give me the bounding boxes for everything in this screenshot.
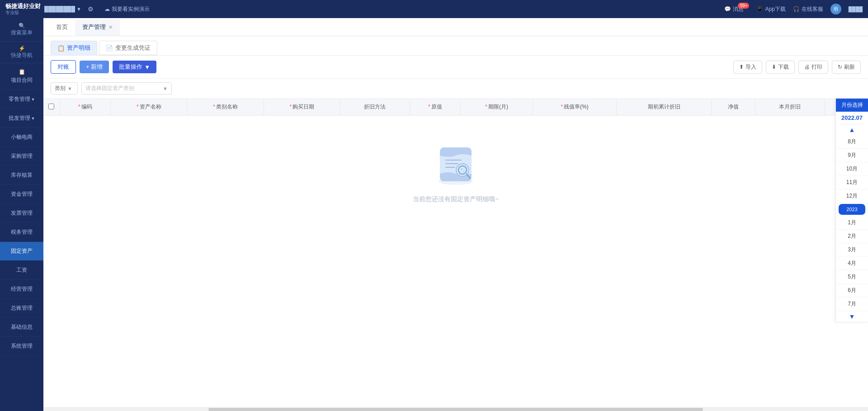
month-item-6[interactable]: 6月: [836, 284, 868, 298]
sidebar-item-operations[interactable]: 经营管理: [0, 280, 43, 299]
quick-nav-label: 快捷导航: [2, 52, 42, 59]
month-item-12[interactable]: 12月: [836, 189, 868, 203]
month-item-10[interactable]: 10月: [836, 162, 868, 176]
sidebar-item-fixed-assets[interactable]: 固定资产: [0, 242, 43, 261]
sidebar-item-wholesale[interactable]: 批发管理 ▼: [0, 109, 43, 128]
finance-label: 资金管理: [11, 190, 33, 198]
sidebar-item-inventory[interactable]: 库存核算: [0, 166, 43, 185]
print-button[interactable]: 🖨 打印: [798, 61, 828, 74]
operations-label: 经营管理: [11, 285, 33, 293]
month-item-1[interactable]: 1月: [836, 216, 868, 230]
horizontal-scrollbar[interactable]: [43, 407, 868, 411]
online-service-label: 在线客服: [802, 5, 823, 13]
month-item-4[interactable]: 4月: [836, 257, 868, 270]
sidebar-item-tax[interactable]: 税务管理: [0, 223, 43, 242]
month-item-8[interactable]: 8月: [836, 135, 868, 149]
refresh-icon: ↻: [838, 64, 842, 70]
original-value-header: *原值: [410, 99, 461, 116]
year-2023-badge: 2023: [839, 204, 865, 215]
import-button[interactable]: ⬆ 导入: [733, 61, 762, 74]
batch-button[interactable]: 批量操作 ▼: [113, 61, 156, 73]
category-header: *类别名称: [187, 99, 264, 116]
sidebar-item-retail[interactable]: 零售管理 ▼: [0, 90, 43, 109]
name-header: *资产名称: [111, 99, 187, 116]
headset-icon: 🎧: [793, 6, 800, 12]
sidebar-item-salary[interactable]: 工资: [0, 261, 43, 280]
match-button[interactable]: 对账: [51, 60, 76, 74]
tab-bar: 首页 资产管理 ✕: [43, 18, 868, 36]
sidebar-item-finance[interactable]: 资金管理: [0, 185, 43, 204]
retail-label-row: 零售管理 ▼: [9, 95, 35, 103]
refresh-label: 刷新: [844, 63, 855, 71]
month-item-7[interactable]: 7月: [836, 298, 868, 311]
sidebar-item-ecommerce[interactable]: 小畅电商: [0, 128, 43, 147]
sidebar-item-project[interactable]: 📋 项目合同: [0, 63, 43, 90]
asset-management-label: 资产管理: [82, 23, 106, 31]
sidebar-item-basic-info[interactable]: 基础信息: [0, 318, 43, 337]
sidebar-quick-nav[interactable]: ⚡ 快捷导航: [0, 42, 43, 63]
sidebar-item-system[interactable]: 系统管理: [0, 337, 43, 356]
month-item-2[interactable]: 2月: [836, 230, 868, 243]
category-filter[interactable]: 类别 ▼: [51, 82, 78, 94]
current-year-month: 2022.07: [840, 112, 864, 124]
fixed-assets-label: 固定资产: [11, 247, 33, 255]
wholesale-label-row: 批发管理 ▼: [9, 114, 35, 122]
select-all-checkbox[interactable]: [48, 104, 54, 109]
category-placeholder: 请选择固定资产类别: [85, 85, 134, 92]
batch-button-label: 批量操作: [119, 63, 142, 71]
tab-home[interactable]: 首页: [49, 19, 75, 36]
list-icon: 📋: [57, 45, 65, 52]
download-button[interactable]: ⬇ 下载: [766, 61, 795, 74]
company-dropdown[interactable]: ████████ ▼: [44, 6, 81, 12]
demo-link[interactable]: ☁ 我要看实例演示: [104, 5, 150, 13]
app-name-block: 畅捷通好业财 专业版: [5, 3, 41, 15]
month-nav-up: ▲: [836, 124, 868, 135]
add-button[interactable]: + 新增: [80, 61, 109, 73]
input-arrow: ▼: [163, 86, 168, 91]
project-label: 项目合同: [11, 76, 33, 84]
month-item-9[interactable]: 9月: [836, 149, 868, 162]
sub-tab-asset-detail[interactable]: 📋 资产明细: [51, 41, 97, 55]
sub-tab-change-voucher[interactable]: 📄 变更生成凭证: [99, 41, 157, 55]
content-area: 首页 资产管理 ✕ 📋 资产明细 📄 变更生成凭证: [43, 18, 868, 411]
residual-rate-header: *残值率(%): [533, 99, 617, 116]
month-up-button[interactable]: ▲: [849, 126, 855, 133]
sidebar: 🔍 搜索菜单 ⚡ 快捷导航 📋 项目合同 零售管理 ▼ 批发管理 ▼ 小畅电商: [0, 18, 43, 411]
app-download-action[interactable]: 📱 App下载: [756, 5, 785, 13]
month-down-button[interactable]: ▼: [849, 313, 855, 320]
company-name: ████████: [44, 6, 75, 12]
month-item-3[interactable]: 3月: [836, 243, 868, 257]
sidebar-item-ledger[interactable]: 总账管理: [0, 299, 43, 318]
filter-row: 类别 ▼ 请选择固定资产类别 ▼: [43, 79, 868, 99]
tab-close-button[interactable]: ✕: [108, 24, 113, 30]
salary-label: 工资: [16, 266, 27, 274]
net-value-header: 净值: [712, 99, 755, 116]
checkbox-header: [43, 99, 60, 116]
sidebar-search[interactable]: 🔍 搜索菜单: [0, 18, 43, 42]
period-header: *期限(月): [461, 99, 533, 116]
app-download-label: App下载: [765, 5, 785, 13]
scroll-thumb[interactable]: [208, 408, 703, 411]
month-panel: 月份选择 2022.07 ▲ 8月 9月 10月 11月 12月 2023 1月…: [835, 99, 868, 322]
month-item-11[interactable]: 11月: [836, 176, 868, 189]
message-action[interactable]: 💬 消息 99+: [724, 5, 744, 13]
basic-info-label: 基础信息: [11, 323, 33, 331]
category-input[interactable]: 请选择固定资产类别 ▼: [81, 82, 172, 94]
user-avatar[interactable]: 用: [830, 4, 841, 14]
month-item-5[interactable]: 5月: [836, 270, 868, 284]
asset-detail-label: 资产明细: [67, 44, 90, 52]
asset-table: *编码 *资产名称 *类别名称 *购买日期 折旧方法 *原值 *期限(月) *残…: [43, 99, 868, 116]
settings-button[interactable]: ⚙: [88, 5, 94, 13]
search-icon: 🔍: [4, 23, 40, 29]
table-header: *编码 *资产名称 *类别名称 *购买日期 折旧方法 *原值 *期限(月) *残…: [43, 99, 868, 116]
sidebar-item-invoice[interactable]: 发票管理: [0, 204, 43, 223]
sidebar-item-purchase[interactable]: 采购管理: [0, 147, 43, 166]
app-subtitle: 专业版: [5, 10, 41, 15]
refresh-button[interactable]: ↻ 刷新: [832, 61, 861, 74]
online-service-action[interactable]: 🎧 在线客服: [793, 5, 823, 13]
purchase-date-header: *购买日期: [264, 99, 340, 116]
monthly-depreciation-header: 本月折旧: [755, 99, 825, 116]
tab-asset-management[interactable]: 资产管理 ✕: [75, 19, 120, 36]
retail-label: 零售管理: [9, 95, 30, 103]
ecommerce-label: 小畅电商: [11, 133, 33, 141]
